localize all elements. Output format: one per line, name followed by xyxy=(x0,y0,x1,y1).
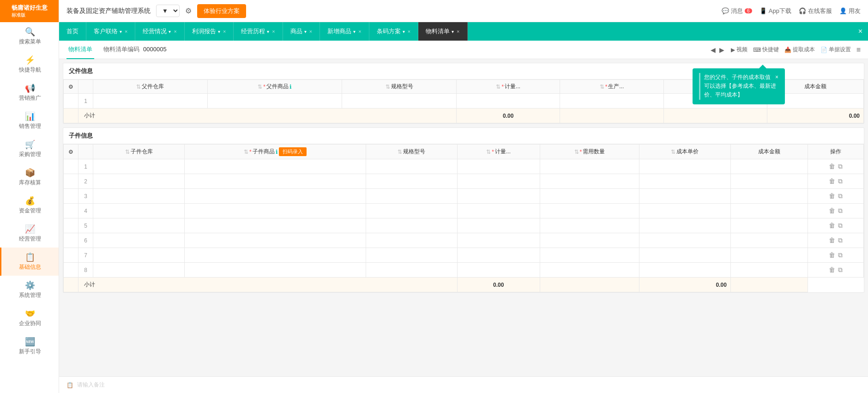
sidebar-item-guide[interactable]: 🆕 新手引导 xyxy=(0,332,59,360)
tab-new-goods[interactable]: 新增商品 ▾ × xyxy=(320,22,369,41)
delete-icon[interactable]: 🗑 xyxy=(829,251,835,259)
tab-operations[interactable]: 经营情况 ▾ × xyxy=(135,22,184,41)
extract-cost-button[interactable]: 📥 提取成本 xyxy=(784,46,815,54)
page-close-button[interactable]: × xyxy=(853,27,868,36)
row-qty[interactable] xyxy=(540,263,639,278)
sub-tab-list[interactable]: 物料清单 xyxy=(66,41,94,59)
row-spec[interactable] xyxy=(366,263,457,278)
sidebar-item-system[interactable]: ⚙️ 系统管理 xyxy=(0,276,59,304)
row-warehouse[interactable] xyxy=(93,248,185,263)
row-qty[interactable] xyxy=(540,218,639,233)
experience-button[interactable]: 体验行业方案 xyxy=(197,4,246,18)
tab-operations-close[interactable]: × xyxy=(174,29,176,34)
sidebar-item-operations[interactable]: 📈 经营管理 xyxy=(0,219,59,248)
delete-icon[interactable]: 🗑 xyxy=(829,236,835,244)
row-spec[interactable] xyxy=(366,233,457,248)
row-warehouse[interactable] xyxy=(93,189,185,204)
row-qty[interactable] xyxy=(540,174,639,189)
row-goods[interactable] xyxy=(185,248,366,263)
tab-bom[interactable]: 物料清单 ▾ × xyxy=(418,22,467,41)
system-selector[interactable]: ▼ xyxy=(156,5,180,17)
row-warehouse[interactable] xyxy=(93,174,185,189)
copy-icon[interactable]: ⧉ xyxy=(838,222,843,230)
delete-icon[interactable]: 🗑 xyxy=(829,192,835,200)
row-spec[interactable] xyxy=(366,159,457,174)
next-arrow[interactable]: ▶ xyxy=(718,45,725,54)
tab-customer[interactable]: 客户联络 ▾ × xyxy=(86,22,135,41)
view-toggle-list[interactable]: ≡ xyxy=(856,46,861,54)
row-spec[interactable] xyxy=(366,218,457,233)
delete-icon[interactable]: 🗑 xyxy=(829,266,835,274)
delete-icon[interactable]: 🗑 xyxy=(829,163,835,170)
settings-icon[interactable]: ⚙ xyxy=(185,6,192,15)
row-warehouse[interactable] xyxy=(93,233,185,248)
row-warehouse[interactable] xyxy=(93,94,208,109)
row-unit[interactable] xyxy=(457,94,560,109)
row-qty[interactable] xyxy=(540,233,639,248)
sidebar-item-basic[interactable]: 📋 基础信息 xyxy=(0,248,59,276)
row-goods[interactable] xyxy=(185,159,366,174)
row-goods[interactable] xyxy=(185,189,366,204)
tab-history-close[interactable]: × xyxy=(272,29,275,34)
sidebar-item-quicknav[interactable]: ⚡ 快捷导航 xyxy=(0,50,59,79)
row-unit[interactable] xyxy=(457,263,540,278)
row-spec[interactable] xyxy=(366,248,457,263)
tab-history[interactable]: 经营历程 ▾ × xyxy=(234,22,283,41)
copy-icon[interactable]: ⧉ xyxy=(838,266,843,274)
online-service-button[interactable]: 🎧 在线客服 xyxy=(799,7,832,15)
row-unit-cost[interactable] xyxy=(639,233,730,248)
row-unit-cost[interactable] xyxy=(639,174,730,189)
delete-icon[interactable]: 🗑 xyxy=(829,207,835,215)
tab-barcode-close[interactable]: × xyxy=(408,29,410,34)
row-unit[interactable] xyxy=(457,174,540,189)
row-unit[interactable] xyxy=(457,189,540,204)
tab-customer-close[interactable]: × xyxy=(125,29,127,34)
copy-icon[interactable]: ⧉ xyxy=(838,251,843,259)
row-unit[interactable] xyxy=(457,248,540,263)
row-unit-cost[interactable] xyxy=(639,248,730,263)
row-warehouse[interactable] xyxy=(93,263,185,278)
tab-goods[interactable]: 商品 ▾ × xyxy=(283,22,320,41)
row-warehouse[interactable] xyxy=(93,218,185,233)
row-production[interactable] xyxy=(560,94,663,109)
column-settings-icon[interactable]: ⚙ xyxy=(68,149,73,155)
sidebar-item-marketing[interactable]: 📢 营销推广 xyxy=(0,79,59,107)
sidebar-item-purchase[interactable]: 🛒 采购管理 xyxy=(0,135,59,163)
row-spec[interactable] xyxy=(366,189,457,204)
row-warehouse[interactable] xyxy=(93,204,185,218)
copy-icon[interactable]: ⧉ xyxy=(838,236,843,244)
sidebar-item-finance[interactable]: 💰 资金管理 xyxy=(0,191,59,219)
tab-bom-close[interactable]: × xyxy=(457,29,459,34)
tab-barcode[interactable]: 条码方案 ▾ × xyxy=(369,22,418,41)
row-qty[interactable] xyxy=(540,189,639,204)
row-qty[interactable] xyxy=(540,159,639,174)
column-settings-icon[interactable]: ⚙ xyxy=(68,84,73,90)
copy-icon[interactable]: ⧉ xyxy=(838,163,843,170)
row-qty[interactable] xyxy=(540,248,639,263)
copy-icon[interactable]: ⧉ xyxy=(838,177,843,185)
row-unit-cost[interactable] xyxy=(639,263,730,278)
shortcut-button[interactable]: ⌨ 快捷键 xyxy=(753,46,779,54)
delete-icon[interactable]: 🗑 xyxy=(829,222,835,230)
row-spec[interactable] xyxy=(366,174,457,189)
messages-button[interactable]: 💬 消息 6 xyxy=(722,7,752,15)
row-goods[interactable] xyxy=(185,263,366,278)
sub-tab-code[interactable]: 物料清单编码 0000005 xyxy=(102,41,169,59)
row-goods[interactable] xyxy=(185,233,366,248)
prev-arrow[interactable]: ◀ xyxy=(710,45,717,54)
row-warehouse[interactable] xyxy=(93,159,185,174)
single-settings-button[interactable]: 📄 单据设置 xyxy=(820,46,851,54)
tab-new-goods-close[interactable]: × xyxy=(358,29,361,34)
tab-goods-close[interactable]: × xyxy=(309,29,312,34)
row-unit[interactable] xyxy=(457,218,540,233)
row-unit-cost[interactable] xyxy=(639,204,730,218)
row-goods[interactable] xyxy=(185,218,366,233)
scan-button[interactable]: 扫码录入 xyxy=(279,147,307,156)
row-unit-cost[interactable] xyxy=(639,159,730,174)
sidebar-item-enterprise[interactable]: 🤝 企业协同 xyxy=(0,304,59,332)
app-download-button[interactable]: 📱 App下载 xyxy=(760,7,791,15)
row-goods[interactable] xyxy=(185,174,366,189)
sidebar-item-sales[interactable]: 📊 销售管理 xyxy=(0,107,59,135)
row-qty[interactable] xyxy=(540,204,639,218)
row-goods[interactable] xyxy=(207,94,342,109)
